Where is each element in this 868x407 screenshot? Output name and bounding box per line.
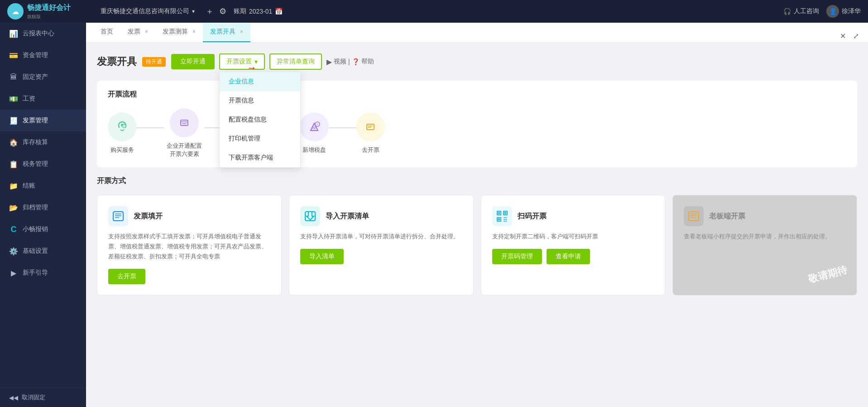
method-fill-icon (108, 206, 128, 226)
method-import-desc: 支持导入待开票清单，可对待开票清单进行拆分、合并处理。 (300, 232, 462, 242)
method-fill-header: 发票填开 (108, 206, 270, 226)
sidebar-item-invoice[interactable]: 🧾 发票管理 (0, 110, 86, 131)
flow-step-go-invoice: 去开票 (356, 112, 385, 154)
user-name: 徐泽华 (842, 7, 861, 15)
method-boss-desc: 查看老板端小程序提交的开票申请，并作出相应的处理。 (684, 232, 846, 242)
invoice-methods-grid: 发票填开 支持按照发票样式手工填开发票；可开具增值税电子普通发票、增值税普通发票… (97, 195, 857, 296)
method-import-btn[interactable]: 导入清单 (300, 249, 344, 264)
tab-invoice-open-close[interactable]: × (240, 29, 243, 35)
svg-rect-30 (498, 212, 500, 214)
sidebar-item-label: 资金管理 (23, 51, 48, 59)
page-title: 发票开具 (97, 55, 137, 68)
cancel-fixed-button[interactable]: ◀◀ 取消固定 (0, 388, 86, 407)
tab-invoice-calc-label: 发票测算 (163, 28, 188, 36)
sidebar: 📊 云报表中心 💳 资金管理 🏛 固定资产 💵 工资 🧾 发票管理 🏠 库存核算… (0, 23, 86, 407)
salary-icon: 💵 (9, 94, 18, 103)
sidebar-item-label: 基础设置 (23, 247, 48, 255)
sidebar-item-cloud-report[interactable]: 📊 云报表中心 (0, 23, 86, 44)
method-section: 开票方式 发票填开 支持按照发票样式手工填开发票；可开具增值税电子普通发票、增值… (97, 176, 857, 296)
add-company-button[interactable]: ＋ (206, 6, 214, 17)
sidebar-item-fund[interactable]: 💳 资金管理 (0, 44, 86, 66)
company-name: 重庆畅捷交通信息咨询有限公司 (101, 7, 189, 15)
report-icon: C (9, 225, 18, 234)
tax-icon: 📋 (9, 160, 18, 169)
tab-invoice-calc-close[interactable]: × (192, 29, 196, 35)
guide-icon: ▶ (9, 268, 18, 277)
dropdown-item-company-info[interactable]: 企业信息 (220, 72, 300, 91)
user-menu[interactable]: 👤 徐泽华 (826, 5, 861, 18)
archive-icon: 📂 (9, 203, 18, 212)
disabled-overlay-text: 敬请期待 (807, 263, 849, 286)
invoice-settings-button[interactable]: 开票设置 ▾ (219, 53, 265, 70)
calendar-icon[interactable]: 📅 (275, 8, 283, 15)
tab-home[interactable]: 首页 (93, 23, 120, 42)
dropdown-item-printer[interactable]: 打印机管理 (220, 129, 300, 148)
dropdown-item-download-client[interactable]: 下载开票客户端 (220, 148, 300, 167)
inventory-icon: 🏠 (9, 138, 18, 147)
tab-invoice-calc[interactable]: 发票测算 × (155, 23, 203, 42)
tab-close-button[interactable]: ✕ (838, 30, 848, 42)
settings-dropdown-wrapper: 开票设置 ▾ → 企业信息 开票信息 (219, 53, 265, 70)
company-selector[interactable]: 重庆畅捷交通信息咨询有限公司 ▾ (101, 7, 195, 15)
sidebar-bottom: ◀◀ 取消固定 (0, 388, 86, 407)
video-label: 视频 (334, 58, 346, 66)
method-card-import: 导入开票清单 支持导入待开票清单，可对待开票清单进行拆分、合并处理。 导入清单 (289, 195, 474, 296)
tab-invoice[interactable]: 发票 × (120, 23, 155, 42)
step-go-invoice-icon (356, 112, 385, 141)
sidebar-item-label: 云报表中心 (23, 29, 54, 38)
header-actions: ＋ ⚙ (206, 6, 226, 17)
red-arrow-icon: → (247, 62, 257, 73)
sidebar-item-archive[interactable]: 📂 归档管理 (0, 197, 86, 218)
abnormal-list-button[interactable]: 异常清单查询 (269, 53, 322, 70)
period-label: 账期 (234, 7, 246, 15)
sidebar-item-label: 税务管理 (23, 160, 48, 168)
svg-rect-36 (689, 212, 699, 221)
flow-steps: + 购买服务 企业开通配置开票六要素 (108, 108, 846, 158)
method-section-title: 开票方式 (97, 176, 857, 186)
logo-area: ☁ 畅捷通好会计 旗舰版 (7, 3, 93, 20)
fixed-assets-icon: 🏛 (9, 73, 18, 82)
tab-invoice-close[interactable]: × (145, 29, 148, 35)
method-boss-title: 老板端开票 (709, 212, 745, 221)
sidebar-item-label: 发票管理 (23, 116, 48, 125)
open-now-button[interactable]: 立即开通 (171, 54, 215, 69)
tab-bar: 首页 发票 × 发票测算 × 发票开具 × ✕ ⤢ (86, 23, 868, 43)
svg-rect-32 (498, 218, 500, 220)
flow-step-buy: + 购买服务 (108, 112, 137, 154)
header-right: 🎧 人工咨询 👤 徐泽华 (783, 5, 861, 18)
step-add-tax-icon: 税+ (300, 112, 329, 141)
sidebar-item-settings[interactable]: ⚙️ 基础设置 (0, 240, 86, 262)
tab-invoice-open[interactable]: 发票开具 × (203, 23, 250, 42)
step-add-tax-label: 新增税盘 (302, 146, 326, 154)
tab-invoice-label: 发票 (128, 28, 140, 36)
sidebar-item-inventory[interactable]: 🏠 库存核算 (0, 131, 86, 153)
sidebar-item-guide[interactable]: ▶ 新手引导 (0, 262, 86, 284)
cancel-label: 取消固定 (22, 393, 45, 402)
sidebar-item-settle[interactable]: 📁 结账 (0, 175, 86, 197)
method-boss-icon (684, 206, 704, 226)
sidebar-item-tax[interactable]: 📋 税务管理 (0, 153, 86, 175)
video-help-button[interactable]: ▶ 视频 | ❓ 帮助 (326, 58, 374, 66)
question-icon: ❓ (352, 58, 360, 65)
sidebar-item-report[interactable]: C 小畅报销 (0, 218, 86, 240)
step-buy-icon: + (108, 112, 137, 141)
support-link[interactable]: 🎧 人工咨询 (783, 7, 819, 15)
dropdown-item-tax-config[interactable]: 配置税盘信息 (220, 110, 300, 129)
method-scan-code-btn[interactable]: 开票码管理 (492, 249, 542, 264)
sidebar-item-fixed-assets[interactable]: 🏛 固定资产 (0, 66, 86, 88)
flow-step-add-tax: 税+ 新增税盘 (300, 112, 329, 154)
settings-button[interactable]: ⚙ (219, 6, 226, 16)
step-go-invoice-label: 去开票 (362, 146, 379, 154)
dropdown-item-invoice-info[interactable]: 开票信息 (220, 91, 300, 110)
tab-maximize-button[interactable]: ⤢ (851, 30, 861, 42)
method-fill-btn[interactable]: 去开票 (108, 269, 145, 284)
dropdown-label: 配置税盘信息 (229, 116, 267, 123)
avatar: 👤 (826, 5, 839, 18)
sidebar-item-salary[interactable]: 💵 工资 (0, 88, 86, 110)
dropdown-label: 打印机管理 (229, 135, 260, 142)
fund-icon: 💳 (9, 51, 18, 60)
svg-text:+: + (317, 123, 318, 126)
method-scan-view-btn[interactable]: 查看申请 (547, 249, 590, 264)
logo-sub: 旗舰版 (27, 14, 71, 20)
period-value: 2023-01 (249, 8, 272, 15)
